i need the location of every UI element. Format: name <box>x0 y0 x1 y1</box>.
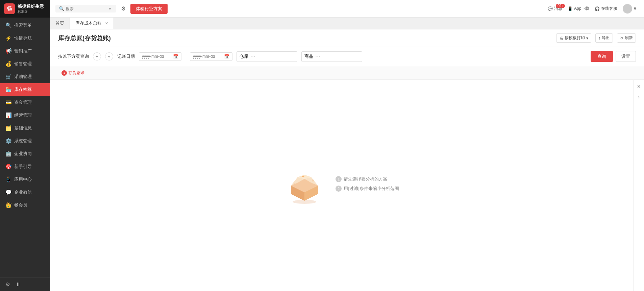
right-expand-icon[interactable]: › <box>638 93 640 100</box>
sidebar-item-member[interactable]: 👑 畅会员 <box>0 199 50 212</box>
sidebar-item-newbie[interactable]: 🎯 新手引导 <box>0 160 50 173</box>
sidebar-item-label: 快捷导航 <box>14 35 32 41</box>
settings-button[interactable]: 设置 <box>616 51 636 62</box>
member-icon: 👑 <box>5 202 11 208</box>
refresh-btn[interactable]: ↻ 刷新 <box>617 33 636 43</box>
user-avatar[interactable]: Rit <box>623 4 639 14</box>
date-from-input[interactable] <box>142 54 172 59</box>
basic-icon: 🗂️ <box>5 125 11 131</box>
tab-inventory-ledger[interactable]: 库存成本总账 ✕ <box>70 18 114 29</box>
sidebar-item-search[interactable]: 🔍 搜索菜单 <box>0 19 50 32</box>
sidebar-item-shortcut[interactable]: ⚡ 快捷导航 <box>0 32 50 45</box>
sidebar-item-finance[interactable]: 💳 资金管理 <box>0 96 50 109</box>
svg-text:✦: ✦ <box>301 174 305 179</box>
tab-home-label: 首页 <box>55 21 64 26</box>
query-button[interactable]: 查询 <box>591 51 613 62</box>
empty-inner: ✦ 1 请先选择要分析的方案 2 用[过滤]条件来缩小分析范围 <box>284 165 399 206</box>
sidebar-item-label: 应用中心 <box>14 176 32 183</box>
sidebar-item-label: 系统管理 <box>14 138 32 144</box>
app-version: 标准版 <box>18 9 44 14</box>
calendar-icon-2[interactable]: 📅 <box>224 54 229 59</box>
content: 库存总账(存货总账) 🖨 按模板打印 ▾ ↑ 导出 ↻ 刷新 按以下方案查询 <box>50 29 644 291</box>
filter-collapse-button[interactable]: « <box>105 52 113 60</box>
sidebar-item-basic[interactable]: 🗂️ 基础信息 <box>0 122 50 135</box>
system-icon: ⚙️ <box>5 138 11 144</box>
refresh-label: 刷新 <box>625 35 633 41</box>
sidebar-item-wxwork[interactable]: 💬 企业微信 <box>0 186 50 199</box>
sub-filter-inventory-ledger[interactable]: ● 存货总账 <box>58 69 88 77</box>
print-icon: 🖨 <box>559 36 563 41</box>
export-icon: ↑ <box>598 36 600 41</box>
message-icon: 💬 <box>548 6 553 11</box>
sidebar-item-inventory[interactable]: 🏪 库存核算 <box>0 83 50 96</box>
trial-button[interactable]: 体验行业方案 <box>130 4 168 14</box>
online-service-btn[interactable]: 🎧 在线客服 <box>595 6 617 11</box>
sidebar-item-label: 库存核算 <box>14 87 32 93</box>
sidebar-item-label: 经营管理 <box>14 112 32 118</box>
date-to-wrap[interactable]: 📅 <box>190 52 232 61</box>
sales-icon: 💰 <box>5 61 11 67</box>
sidebar-item-label: 资金管理 <box>14 99 32 105</box>
wxwork-icon: 💬 <box>5 189 11 195</box>
app-name: 畅捷通好生意 <box>18 3 44 9</box>
sub-filter-dot: ● <box>61 70 67 76</box>
sidebar-item-corp[interactable]: 🏢 企业协同 <box>0 147 50 160</box>
sidebar-item-purchase[interactable]: 🛒 采购管理 <box>0 70 50 83</box>
headset-icon: 🎧 <box>595 6 600 11</box>
page-header-actions: 🖨 按模板打印 ▾ ↑ 导出 ↻ 刷新 <box>556 33 636 47</box>
print-template-btn[interactable]: 🖨 按模板打印 ▾ <box>556 33 591 43</box>
empty-hint-2-text: 用[过滤]条件来缩小分析范围 <box>344 186 399 192</box>
tab-home[interactable]: 首页 <box>50 18 70 29</box>
warehouse-filter[interactable]: 仓库 ··· <box>237 51 297 62</box>
sidebar-item-system[interactable]: ⚙️ 系统管理 <box>0 135 50 147</box>
warehouse-more-icon: ··· <box>250 53 255 60</box>
app-download-label: App下载 <box>574 6 589 11</box>
settings-footer-icon[interactable]: ⚙ <box>5 281 10 288</box>
empty-text: 1 请先选择要分析的方案 2 用[过滤]条件来缩小分析范围 <box>336 176 399 195</box>
search-input[interactable] <box>66 6 106 11</box>
sidebar-item-label: 采购管理 <box>14 74 32 80</box>
operations-icon: 📊 <box>5 112 11 118</box>
finance-icon: 💳 <box>5 99 11 105</box>
calendar-icon[interactable]: 📅 <box>173 54 178 59</box>
search-icon: 🔍 <box>59 6 64 11</box>
sidebar-item-operations[interactable]: 📊 经营管理 <box>0 109 50 122</box>
sidebar-item-marketing[interactable]: 📢 营销推广 <box>0 45 50 57</box>
gear-icon[interactable]: ⚙ <box>121 5 126 12</box>
right-sidebar: ✕ › <box>633 80 644 291</box>
date-to-input[interactable] <box>193 54 223 59</box>
sidebar-item-label: 企业协同 <box>14 151 32 157</box>
step-2-num: 2 <box>336 186 342 192</box>
topbar-search-box[interactable]: 🔍 ▼ <box>55 5 116 13</box>
user-name: Rit <box>634 6 639 11</box>
main-area: 🔍 ▼ ⚙ 体验行业方案 💬 消息 99+ 📱 App下载 🎧 在线客服 R <box>50 0 644 291</box>
date-from-wrap[interactable]: 📅 <box>139 52 181 61</box>
logo-text: 畅捷通好生意 标准版 <box>18 3 44 14</box>
inventory-icon: 🏪 <box>5 87 11 93</box>
tabs-bar: 首页 库存成本总账 ✕ <box>50 18 644 29</box>
step-1-num: 1 <box>336 176 342 182</box>
export-btn[interactable]: ↑ 导出 <box>595 33 613 43</box>
filter-add-button[interactable]: + <box>93 52 101 60</box>
date-filter-group: 📅 — 📅 <box>139 52 232 61</box>
tab-close-icon[interactable]: ✕ <box>105 21 108 25</box>
right-close-button[interactable]: ✕ <box>636 82 642 91</box>
sidebar-item-label: 畅会员 <box>14 202 27 208</box>
audio-footer-icon[interactable]: ⏸ <box>16 282 21 288</box>
empty-state: ✦ 1 请先选择要分析的方案 2 用[过滤]条件来缩小分析范围 <box>50 80 633 291</box>
logo-icon: 畅 <box>4 3 15 14</box>
sidebar-item-label: 新手引导 <box>14 164 32 170</box>
sidebar-item-label: 搜索菜单 <box>14 22 32 28</box>
sidebar-item-label: 企业微信 <box>14 189 32 195</box>
refresh-icon: ↻ <box>620 36 623 41</box>
chevron-down-icon: ▼ <box>108 7 112 11</box>
goods-filter[interactable]: 商品 ··· <box>301 51 362 62</box>
page-title: 库存总账(存货总账) <box>58 34 111 46</box>
messages-btn[interactable]: 💬 消息 99+ <box>548 6 562 11</box>
sidebar-footer: ⚙ ⏸ <box>0 277 50 291</box>
tab-inventory-ledger-label: 库存成本总账 <box>75 21 102 26</box>
sidebar-item-sales[interactable]: 💰 销售管理 <box>0 57 50 70</box>
app-download-btn[interactable]: 📱 App下载 <box>568 6 589 11</box>
sidebar-item-appstore[interactable]: 📱 应用中心 <box>0 173 50 186</box>
sidebar-item-label: 营销推广 <box>14 48 32 54</box>
